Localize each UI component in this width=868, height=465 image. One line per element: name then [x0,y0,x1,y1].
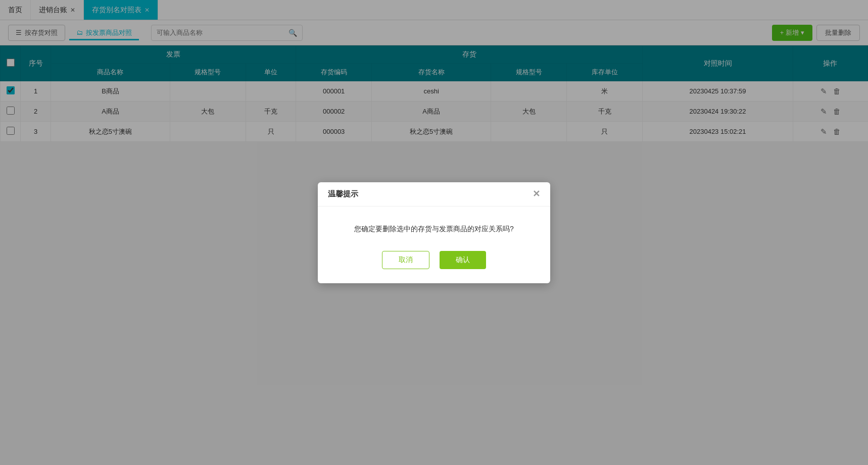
modal-overlay: 温馨提示 ✕ 您确定要删除选中的存货与发票商品的对应关系吗? 取消 确认 [0,0,868,142]
